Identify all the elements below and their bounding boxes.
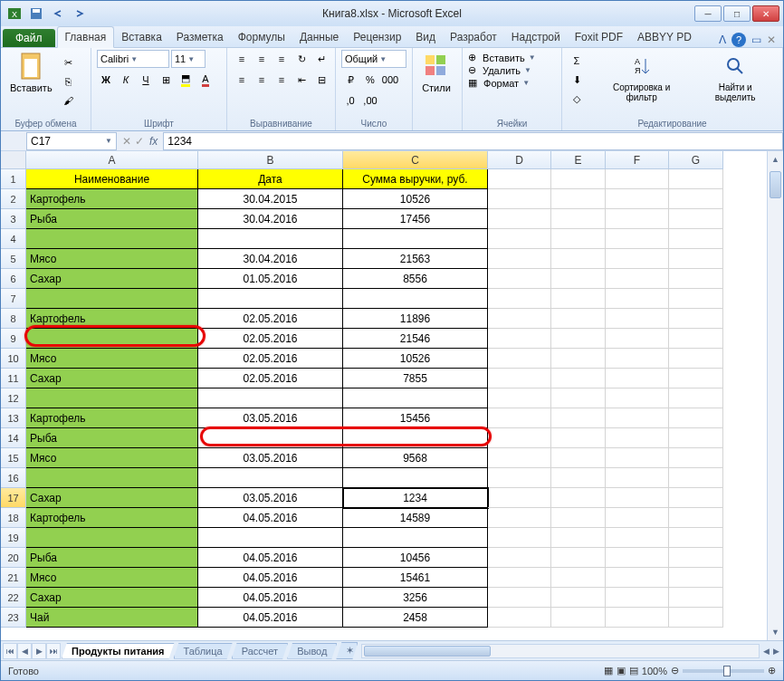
sort-filter-button[interactable]: АЯ Сортировка и фильтр (593, 50, 690, 104)
cells-delete-button[interactable]: ⊖ Удалить▼ (468, 64, 531, 76)
tab-foxit[interactable]: Foxit PDF (568, 27, 630, 47)
view-layout-icon[interactable]: ▣ (617, 665, 626, 676)
zoom-level[interactable]: 100% (642, 666, 667, 676)
cell-D11[interactable] (488, 369, 551, 388)
cell-F16[interactable] (606, 468, 669, 488)
align-mid-icon[interactable]: ≡ (253, 50, 271, 68)
col-header-D[interactable]: D (488, 151, 551, 169)
cell-D8[interactable] (488, 309, 551, 329)
cell-D17[interactable] (488, 488, 551, 508)
cell-C4[interactable] (343, 229, 488, 249)
tab-home[interactable]: Главная (57, 26, 115, 48)
cell-A22[interactable]: Сахар (26, 588, 198, 608)
cell-G21[interactable] (669, 568, 723, 588)
cell-E21[interactable] (551, 568, 606, 588)
scroll-up-icon[interactable]: ▲ (768, 151, 783, 168)
close-button[interactable]: ✕ (752, 5, 779, 22)
cell-B14[interactable] (198, 428, 343, 448)
row-header-15[interactable]: 15 (1, 448, 26, 468)
tab-nav-next-icon[interactable]: ▶ (32, 643, 46, 659)
cell-A19[interactable] (26, 528, 198, 548)
cell-F4[interactable] (606, 229, 669, 249)
row-header-7[interactable]: 7 (1, 289, 26, 309)
indent-dec-icon[interactable]: ⇤ (292, 71, 311, 89)
col-header-G[interactable]: G (669, 151, 723, 169)
italic-icon[interactable]: К (117, 71, 135, 89)
cell-A1[interactable]: Наименование (26, 169, 198, 189)
cell-E9[interactable] (551, 329, 606, 349)
cell-G4[interactable] (669, 229, 723, 249)
row-header-17[interactable]: 17 (1, 488, 26, 508)
cell-D14[interactable] (488, 428, 551, 448)
row-header-14[interactable]: 14 (1, 428, 26, 448)
cell-F9[interactable] (606, 329, 669, 349)
row-header-10[interactable]: 10 (1, 349, 26, 369)
cell-A16[interactable] (26, 468, 198, 488)
cell-F6[interactable] (606, 269, 669, 289)
cell-F10[interactable] (606, 349, 669, 369)
bold-icon[interactable]: Ж (97, 71, 115, 89)
cell-G3[interactable] (669, 209, 723, 229)
cell-E17[interactable] (551, 488, 606, 508)
zoom-out-icon[interactable]: ⊖ (671, 665, 679, 676)
redo-icon[interactable] (70, 5, 90, 23)
row-header-3[interactable]: 3 (1, 209, 26, 229)
save-icon[interactable] (26, 5, 46, 23)
ribbon-close-icon[interactable]: ✕ (767, 34, 776, 46)
cell-F12[interactable] (606, 388, 669, 408)
new-sheet-button[interactable]: ✶ (336, 642, 358, 659)
cell-A7[interactable] (26, 289, 198, 309)
cell-D22[interactable] (488, 588, 551, 608)
cell-E6[interactable] (551, 269, 606, 289)
font-color-icon[interactable]: А (196, 71, 215, 89)
fill-color-icon[interactable]: ⬒ (177, 71, 195, 89)
cell-E14[interactable] (551, 428, 606, 448)
underline-icon[interactable]: Ч (137, 71, 155, 89)
view-normal-icon[interactable]: ▦ (604, 665, 613, 676)
autosum-icon[interactable]: Σ (568, 52, 586, 70)
cell-C12[interactable] (343, 388, 488, 408)
cell-C8[interactable]: 11896 (343, 309, 488, 329)
hscroll-right-icon[interactable]: ▶ (773, 647, 779, 656)
cell-B22[interactable]: 04.05.2016 (198, 588, 343, 608)
vertical-scrollbar[interactable]: ▲ ▼ (767, 151, 783, 640)
help-icon[interactable]: ? (731, 33, 746, 47)
font-size-combo[interactable]: 11▼ (171, 50, 206, 68)
cell-E1[interactable] (551, 169, 606, 189)
row-header-12[interactable]: 12 (1, 388, 26, 408)
cell-A23[interactable]: Чай (26, 608, 198, 628)
cell-C16[interactable] (343, 468, 488, 488)
row-header-21[interactable]: 21 (1, 568, 26, 588)
row-header-20[interactable]: 20 (1, 548, 26, 568)
tab-data[interactable]: Данные (292, 27, 346, 47)
cell-G9[interactable] (669, 329, 723, 349)
cell-G7[interactable] (669, 289, 723, 309)
align-top-icon[interactable]: ≡ (233, 50, 251, 68)
cell-D1[interactable] (488, 169, 551, 189)
inc-decimal-icon[interactable]: ,0 (341, 91, 359, 110)
select-all-corner[interactable] (1, 151, 26, 169)
cell-B21[interactable]: 04.05.2016 (198, 568, 343, 588)
copy-icon[interactable]: ⎘ (60, 72, 78, 91)
row-header-9[interactable]: 9 (1, 329, 26, 349)
cell-B17[interactable]: 03.05.2016 (198, 488, 343, 508)
row-header-22[interactable]: 22 (1, 588, 26, 608)
zoom-in-icon[interactable]: ⊕ (768, 665, 776, 676)
cell-C20[interactable]: 10456 (343, 548, 488, 568)
tab-nav-prev-icon[interactable]: ◀ (17, 643, 32, 659)
clear-icon[interactable]: ◇ (568, 90, 586, 108)
cell-B3[interactable]: 30.04.2016 (198, 209, 343, 229)
cell-E19[interactable] (551, 528, 606, 548)
hscroll-left-icon[interactable]: ◀ (763, 647, 770, 656)
cell-A9[interactable] (26, 329, 198, 349)
cell-E20[interactable] (551, 548, 606, 568)
dec-decimal-icon[interactable]: ,00 (361, 91, 379, 110)
window-options-icon[interactable]: ▭ (751, 34, 761, 46)
cell-A12[interactable] (26, 388, 198, 408)
tab-view[interactable]: Вид (408, 27, 443, 47)
tab-nav-last-icon[interactable]: ⏭ (46, 643, 61, 659)
cell-A15[interactable]: Мясо (26, 448, 198, 468)
cell-G16[interactable] (669, 468, 723, 488)
cell-B20[interactable]: 04.05.2016 (198, 548, 343, 568)
cell-A2[interactable]: Картофель (26, 189, 198, 209)
